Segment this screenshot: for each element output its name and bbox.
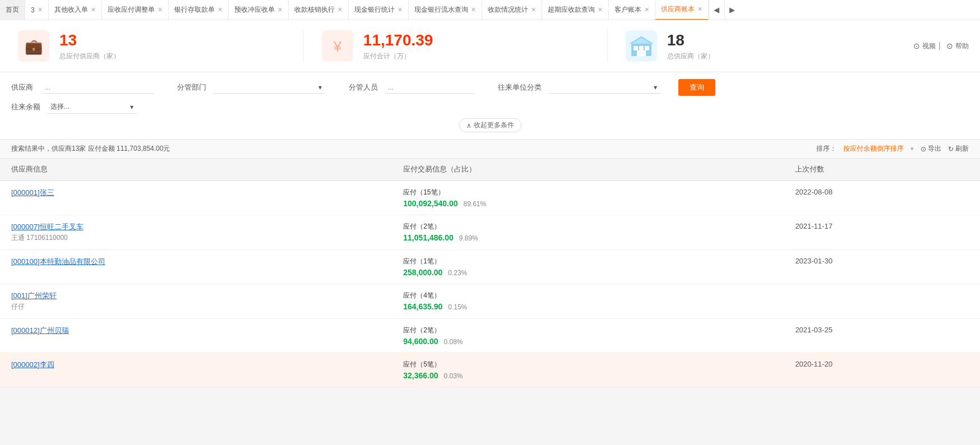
export-button[interactable]: ⊙ 导出 [921, 144, 941, 154]
nav-tab-cash-bank-stat[interactable]: 现金银行统计 ✕ [349, 0, 409, 20]
payable-count: 应付（2笔） [403, 326, 773, 335]
close-icon[interactable]: ✕ [644, 6, 649, 13]
table-row: [001]广州荣轩仔仔应付（4笔）164,635.900.15% [0, 284, 980, 319]
query-button[interactable]: 查询 [678, 79, 715, 96]
payable-cell: 应付（1笔）258,000.000.23% [392, 250, 784, 284]
balance-filter-dropdown[interactable]: 选择... ▾ [47, 100, 137, 114]
data-table-container: 供应商信息 应付交易信息（占比） 上次付数 [000001]张三应付（15笔）1… [0, 159, 980, 387]
payable-cell: 应付（15笔）100,092,540.0089.61% [392, 180, 784, 215]
nav-prev-button[interactable]: ◀ [709, 0, 724, 20]
results-actions: 排序： 按应付余额倒序排序 ▾ ⊙ 导出 ↻ 刷新 [816, 144, 969, 154]
summary-card-payable-total: ¥ 11,170.39 应付合计（万） [304, 29, 608, 63]
nav-tab-other-income[interactable]: 其他收入单 ✕ [49, 0, 102, 20]
payable-amount[interactable]: 94,600.00 [403, 337, 438, 346]
payable-amount[interactable]: 11,051,486.00 [403, 233, 454, 242]
chevron-down-icon: ▾ [130, 103, 133, 111]
summary-text-payable-total: 11,170.39 应付合计（万） [363, 31, 433, 62]
close-icon[interactable]: ✕ [598, 6, 603, 13]
payable-count: 应付（15笔） [403, 188, 773, 197]
category-filter-dropdown[interactable]: ▾ [548, 82, 660, 94]
nav-tab-supplier-ledger[interactable]: 供应商账本 ✕ [655, 0, 709, 20]
supplier-link[interactable]: [001]广州荣轩 [11, 291, 57, 300]
supplier-link[interactable]: [000012]广州贝瑞 [11, 326, 69, 335]
close-icon[interactable]: ✕ [158, 6, 163, 13]
svg-rect-6 [634, 46, 638, 50]
refresh-button[interactable]: ↻ 刷新 [948, 144, 969, 154]
payable-total-label: 应付合计（万） [363, 52, 433, 61]
dept-filter-dropdown[interactable]: ▾ [213, 82, 325, 94]
total-suppliers-icon [625, 29, 658, 63]
supplier-link[interactable]: [000100]本特勤油品有限公司 [11, 257, 105, 266]
close-icon[interactable]: ✕ [278, 6, 283, 13]
nav-tab-prepay-offset[interactable]: 预收冲应收单 ✕ [229, 0, 289, 20]
filter-row-1: 供应商 分管部门 ▾ 分管人员 往来单位分类 ▾ 查询 [11, 79, 969, 96]
close-icon[interactable]: ✕ [697, 6, 702, 13]
sort-value[interactable]: 按应付余额倒序排序 [843, 144, 904, 154]
payable-cell: 应付（4笔）164,635.900.15% [392, 284, 784, 319]
question-icon: ⊙ [946, 41, 953, 50]
video-link[interactable]: 视频 [922, 41, 936, 51]
close-icon[interactable]: ✕ [91, 6, 96, 13]
close-icon[interactable]: ✕ [471, 6, 476, 13]
nav-tab-receipt-exec[interactable]: 收款核销执行 ✕ [289, 0, 349, 20]
nav-tab-customer-ledger[interactable]: 客户账本 ✕ [609, 0, 655, 20]
nav-tab-bank-deposit[interactable]: 银行存取款单 ✕ [169, 0, 229, 20]
chevron-down-icon: ▾ [654, 84, 657, 91]
svg-text:¥: ¥ [333, 38, 342, 55]
circle-icon: ⊙ [913, 41, 920, 50]
close-icon[interactable]: ✕ [218, 6, 223, 13]
payable-amount[interactable]: 32,366.00 [403, 371, 438, 380]
total-suppliers-label: 总供应商（家） [667, 52, 714, 61]
filter-supplier: 供应商 [11, 82, 154, 94]
payable-amount[interactable]: 258,000.00 [403, 268, 442, 277]
nav-tab-home[interactable]: 首页 [0, 0, 25, 20]
table-header: 供应商信息 应付交易信息（占比） 上次付数 [0, 159, 980, 180]
payable-count: 应付（5笔） [403, 360, 773, 369]
nav-tab-3[interactable]: 3 ✕ [25, 0, 49, 20]
close-icon[interactable]: ✕ [338, 6, 343, 13]
supplier-link[interactable]: [000002]李四 [11, 360, 54, 369]
supplier-filter-input[interactable] [41, 82, 154, 94]
filter-person: 分管人员 [349, 82, 474, 94]
column-header-payable: 应付交易信息（占比） [392, 159, 784, 180]
last-pay-cell: 2023-01-30 [784, 250, 980, 284]
nav-tab-other-income-label: 其他收入单 [54, 5, 88, 15]
collapse-more-button[interactable]: ∧ 收起更多条件 [459, 118, 521, 132]
summary-card-payable-suppliers: 💼 13 总应付供应商（家） [11, 29, 304, 63]
nav-tab-overdue-ar-label: 超期应收款查询 [548, 5, 595, 15]
payable-cell: 应付（2笔）94,600.000.08% [392, 319, 784, 353]
nav-tab-ar-ap-adjust[interactable]: 应收应付调整单 ✕ [102, 0, 169, 20]
close-icon[interactable]: ✕ [397, 6, 403, 13]
payable-percentage: 0.23% [448, 269, 467, 277]
close-icon[interactable]: ✕ [38, 6, 43, 13]
nav-tab-receipt-stat[interactable]: 收款情况统计 ✕ [482, 0, 542, 20]
payable-amount[interactable]: 100,092,540.00 [403, 199, 457, 208]
person-filter-input[interactable] [385, 82, 474, 94]
payable-percentage: 89.61% [464, 200, 487, 208]
nav-tab-overdue-ar[interactable]: 超期应收款查询 ✕ [542, 0, 609, 20]
refresh-icon: ↻ [948, 145, 954, 153]
top-right-links: ⊙ 视频 │ ⊙ 帮助 [911, 41, 969, 51]
table-body: [000001]张三应付（15笔）100,092,540.0089.61%202… [0, 180, 980, 387]
nav-tab-cash-bank-flow[interactable]: 现金银行流水查询 ✕ [409, 0, 482, 20]
payable-amount[interactable]: 164,635.90 [403, 302, 442, 311]
supplier-cell: [000007]恒旺二手叉车王通 17106110000 [0, 215, 392, 250]
payable-suppliers-label: 总应付供应商（家） [59, 52, 120, 61]
table-row: [000007]恒旺二手叉车王通 17106110000应付（2笔）11,051… [0, 215, 980, 250]
summary-text-payable-suppliers: 13 总应付供应商（家） [59, 31, 120, 62]
top-navigation: 首页 3 ✕ 其他收入单 ✕ 应收应付调整单 ✕ 银行存取款单 ✕ 预收冲应收单… [0, 0, 980, 20]
svg-rect-8 [645, 46, 649, 50]
payable-cell: 应付（2笔）11,051,486.009.89% [392, 215, 784, 250]
supplier-link[interactable]: [000007]恒旺二手叉车 [11, 222, 84, 231]
payable-percentage: 0.15% [448, 303, 467, 311]
help-link[interactable]: 帮助 [955, 41, 969, 51]
table-row: [000012]广州贝瑞应付（2笔）94,600.000.08%2021-03-… [0, 319, 980, 353]
supplier-table: 供应商信息 应付交易信息（占比） 上次付数 [000001]张三应付（15笔）1… [0, 159, 980, 387]
collapse-more-label: 收起更多条件 [474, 120, 514, 130]
supplier-link[interactable]: [000001]张三 [11, 188, 54, 197]
payable-suppliers-count: 13 [59, 31, 120, 50]
last-pay-cell: 2022-08-08 [784, 180, 980, 215]
nav-next-button[interactable]: ▶ [724, 0, 740, 20]
close-icon[interactable]: ✕ [531, 6, 536, 13]
supplier-cell: [001]广州荣轩仔仔 [0, 284, 392, 319]
